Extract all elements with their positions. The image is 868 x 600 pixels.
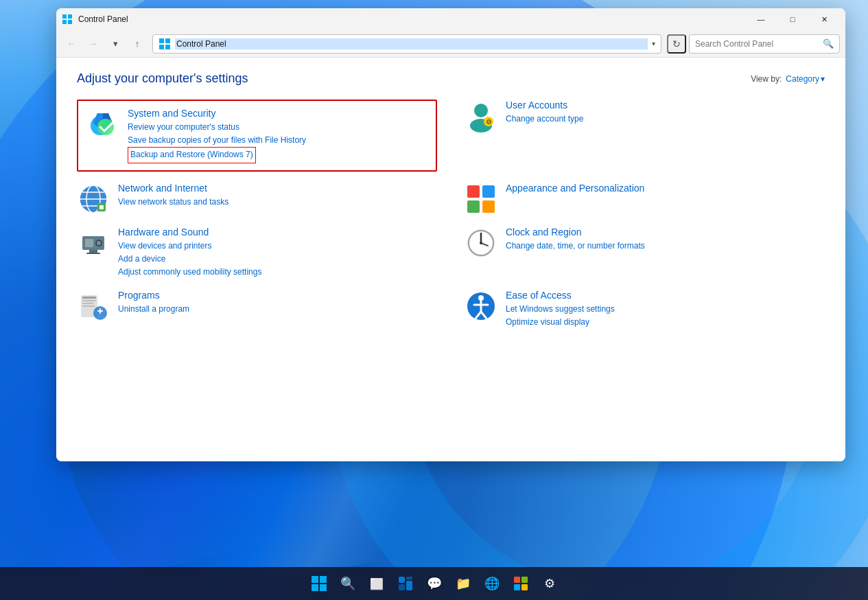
- taskbar-teams-button[interactable]: 💬: [422, 571, 447, 596]
- taskbar-edge-button[interactable]: 🌐: [480, 571, 504, 596]
- system-security-link-1[interactable]: Save backup copies of your files with Fi…: [128, 134, 427, 147]
- category-item-network: Network and Internet View network status…: [77, 183, 437, 216]
- taskbar-widgets-button[interactable]: [393, 571, 418, 596]
- address-bar-icon: [159, 38, 171, 50]
- svg-rect-41: [82, 305, 95, 307]
- refresh-button[interactable]: ↻: [667, 34, 686, 54]
- hardware-link-2[interactable]: Adjust commonly used mobility settings: [118, 266, 437, 279]
- system-security-link-0[interactable]: Review your computer's status: [128, 121, 427, 134]
- svg-rect-40: [82, 303, 93, 304]
- window-icon: [62, 14, 73, 25]
- taskbar-taskview-button[interactable]: ⬜: [364, 571, 389, 596]
- category-item-programs: Programs Uninstall a program: [77, 290, 437, 329]
- programs-content: Programs Uninstall a program: [118, 290, 437, 316]
- svg-rect-0: [62, 14, 67, 19]
- close-button[interactable]: ✕: [808, 8, 840, 30]
- svg-rect-24: [467, 200, 480, 213]
- appearance-title[interactable]: Appearance and Personalization: [506, 183, 825, 194]
- control-panel-window: Control Panel — □ ✕ ← → ▾ ↑ Control Pane…: [56, 8, 845, 461]
- svg-rect-62: [521, 584, 528, 590]
- category-item-ease: Ease of Access Let Windows suggest setti…: [465, 290, 825, 329]
- taskbar-explorer-button[interactable]: 📁: [451, 571, 476, 596]
- address-text: Control Panel: [175, 38, 648, 49]
- hardware-content: Hardware and Sound View devices and prin…: [118, 227, 437, 279]
- forward-button[interactable]: →: [84, 34, 103, 54]
- address-dropdown-icon[interactable]: ▾: [652, 40, 655, 47]
- svg-rect-55: [399, 577, 405, 583]
- address-bar[interactable]: Control Panel ▾: [152, 34, 661, 54]
- search-icon[interactable]: 🔍: [823, 38, 834, 49]
- network-link-0[interactable]: View network status and tasks: [118, 196, 437, 209]
- system-security-link-2[interactable]: Backup and Restore (Windows 7): [128, 147, 256, 163]
- hardware-title[interactable]: Hardware and Sound: [118, 227, 437, 238]
- svg-point-36: [480, 242, 482, 244]
- user-accounts-icon: ⚙: [465, 100, 497, 132]
- svg-rect-22: [467, 185, 480, 198]
- minimize-button[interactable]: —: [745, 8, 777, 30]
- window-controls: — □ ✕: [745, 8, 840, 30]
- svg-rect-61: [514, 584, 520, 590]
- start-button[interactable]: [307, 571, 331, 596]
- taskbar-store-button[interactable]: [508, 571, 533, 596]
- svg-rect-60: [521, 577, 528, 583]
- svg-rect-51: [312, 576, 318, 583]
- svg-rect-58: [406, 581, 412, 590]
- title-bar: Control Panel — □ ✕: [56, 8, 845, 30]
- ease-title[interactable]: Ease of Access: [506, 290, 825, 301]
- clock-title[interactable]: Clock and Region: [506, 227, 825, 238]
- clock-content: Clock and Region Change date, time, or n…: [506, 227, 825, 253]
- taskbar-settings-button[interactable]: ⚙: [537, 571, 562, 596]
- ease-link-0[interactable]: Let Windows suggest settings: [506, 303, 825, 316]
- page-header: Adjust your computer's settings View by:…: [77, 71, 825, 86]
- view-by-label: View by:: [751, 74, 782, 84]
- svg-rect-5: [165, 38, 170, 43]
- categories-grid: System and Security Review your computer…: [77, 100, 825, 330]
- view-by-control: View by: Category ▾: [751, 74, 825, 84]
- svg-rect-3: [68, 20, 72, 24]
- ease-link-1[interactable]: Optimize visual display: [506, 316, 825, 329]
- programs-title[interactable]: Programs: [118, 290, 437, 301]
- ease-icon: [465, 290, 497, 323]
- svg-rect-57: [399, 584, 405, 590]
- system-security-title[interactable]: System and Security: [128, 108, 427, 119]
- appearance-content: Appearance and Personalization: [506, 183, 825, 196]
- svg-rect-52: [320, 576, 327, 583]
- user-accounts-link-0[interactable]: Change account type: [506, 113, 825, 126]
- svg-text:⚙: ⚙: [486, 118, 492, 126]
- page-title: Adjust your computer's settings: [77, 71, 248, 86]
- up-button[interactable]: ↑: [128, 34, 147, 54]
- search-box[interactable]: 🔍: [689, 34, 840, 54]
- search-input[interactable]: [695, 39, 820, 49]
- svg-rect-59: [514, 577, 520, 583]
- hardware-link-0[interactable]: View devices and printers: [118, 240, 437, 253]
- view-by-value[interactable]: Category ▾: [786, 74, 825, 84]
- navigation-bar: ← → ▾ ↑ Control Panel ▾ ↻ 🔍: [56, 30, 845, 58]
- system-security-content: System and Security Review your computer…: [128, 108, 427, 163]
- category-item-user-accounts: ⚙ User Accounts Change account type: [465, 100, 825, 172]
- category-item-clock: Clock and Region Change date, time, or n…: [465, 227, 825, 279]
- category-item-appearance: Appearance and Personalization: [465, 183, 825, 216]
- network-title[interactable]: Network and Internet: [118, 183, 437, 194]
- svg-rect-25: [482, 200, 495, 213]
- network-icon: [77, 183, 110, 216]
- svg-rect-44: [99, 308, 101, 314]
- taskbar: 🔍 ⬜ 💬 📁 🌐 ⚙: [0, 567, 868, 600]
- svg-rect-21: [99, 205, 104, 209]
- svg-rect-54: [320, 584, 327, 591]
- user-accounts-title[interactable]: User Accounts: [506, 100, 825, 111]
- category-item-system-security: System and Security Review your computer…: [77, 100, 437, 172]
- hardware-link-1[interactable]: Add a device: [118, 253, 437, 266]
- clock-link-0[interactable]: Change date, time, or number formats: [506, 240, 825, 253]
- appearance-icon: [465, 183, 497, 216]
- programs-link-0[interactable]: Uninstall a program: [118, 303, 437, 316]
- back-button[interactable]: ←: [62, 34, 81, 54]
- svg-point-29: [97, 241, 101, 245]
- svg-rect-23: [482, 185, 495, 198]
- nav-dropdown-button[interactable]: ▾: [106, 34, 125, 54]
- svg-rect-38: [82, 297, 96, 299]
- svg-rect-6: [159, 45, 164, 49]
- svg-rect-7: [165, 45, 170, 49]
- taskbar-search-button[interactable]: 🔍: [336, 571, 360, 596]
- maximize-button[interactable]: □: [777, 8, 808, 30]
- svg-rect-30: [89, 250, 97, 253]
